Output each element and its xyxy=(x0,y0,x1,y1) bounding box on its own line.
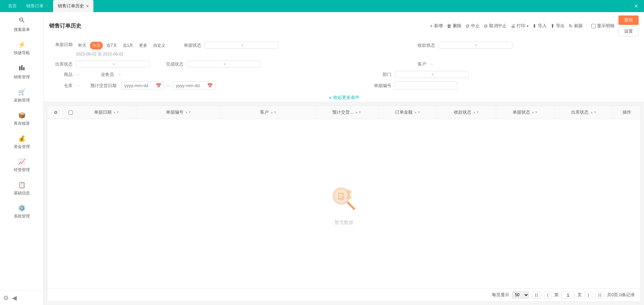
salesperson-label: 业务员 xyxy=(90,72,117,78)
bill-status-label: 单据状态 xyxy=(178,42,205,48)
customer-label: 客户 xyxy=(403,61,430,67)
sidebar-item-basic-info-label: 基础信息 xyxy=(14,190,30,196)
page-number-input[interactable] xyxy=(561,292,575,299)
tab-sales-order-close[interactable]: × xyxy=(46,3,48,9)
print-icon: 🖨 xyxy=(511,23,515,29)
th-pay-status[interactable]: 收款状态 ▲▼ xyxy=(437,106,496,119)
sidebar-item-inventory-label: 库存核算 xyxy=(14,121,30,126)
stop-btn[interactable]: ⊘ 中止 xyxy=(466,23,480,29)
date-separator: — xyxy=(166,83,171,88)
sidebar-collapse-icon[interactable]: ◀ xyxy=(12,294,17,302)
customer-picker[interactable]: ··· xyxy=(430,61,434,67)
th-amount[interactable]: 订单金额 ▲▼ xyxy=(379,106,437,119)
per-page-select[interactable]: 50 10 20 100 xyxy=(512,291,529,299)
sidebar-item-basic-info[interactable]: 📋 基础信息 xyxy=(0,177,43,200)
stop-icon: ⊘ xyxy=(466,23,470,29)
delivery-date-to-wrap[interactable]: 📅 xyxy=(173,81,216,90)
select-all-checkbox[interactable] xyxy=(69,110,73,115)
th-customer[interactable]: 客户 ▲▼ xyxy=(221,106,315,119)
cancel-stop-icon: ⊘ xyxy=(484,23,488,29)
warehouse-label: 仓库 xyxy=(49,83,76,89)
th-bill-status[interactable]: 单据状态 ▲▼ xyxy=(496,106,555,119)
search-menu-icon xyxy=(18,17,25,25)
date-btn-yesterday[interactable]: 昨天 xyxy=(76,42,89,49)
bill-status-select[interactable]: ▾ xyxy=(205,42,278,49)
bill-status-arrow-icon: ▾ xyxy=(242,43,275,47)
cancel-stop-btn[interactable]: ⊘ 取消中止 xyxy=(484,23,507,29)
export-btn[interactable]: ⬆ 导出 xyxy=(551,23,565,29)
out-status-arrow-icon: ▾ xyxy=(113,62,147,66)
th-date-label: 单据日期 xyxy=(94,109,112,115)
tab-sales-order[interactable]: 销售订单 × xyxy=(22,0,53,12)
page-title-row: 销售订单历史 + 新增 🗑 删除 ⊘ 中止 ⊘ xyxy=(49,15,639,39)
display-detail-input[interactable] xyxy=(591,24,596,28)
purchase-mgmt-icon: 🛒 xyxy=(18,88,26,96)
empty-text: 暂无数据 xyxy=(335,220,353,226)
sidebar-settings-icon[interactable]: ⚙ xyxy=(3,294,9,302)
import-icon: ⬇ xyxy=(532,23,536,29)
out-status-label: 出库状态 xyxy=(49,61,76,67)
svg-rect-3 xyxy=(19,66,20,70)
sidebar-item-search-menu[interactable]: 搜索菜单 xyxy=(0,12,43,36)
sidebar-item-system-mgmt[interactable]: ⚙️ 系统管理 xyxy=(0,200,43,223)
first-page-btn[interactable]: ⟨⟨ xyxy=(532,292,541,299)
sidebar-item-inventory[interactable]: 📦 库存核算 xyxy=(0,107,43,130)
display-detail-checkbox[interactable]: 显示明细 xyxy=(591,23,614,29)
delete-btn[interactable]: 🗑 删除 xyxy=(447,23,462,29)
refresh-btn[interactable]: ↻ 刷新 xyxy=(569,23,583,29)
th-check[interactable] xyxy=(64,106,78,119)
new-btn[interactable]: + 新增 xyxy=(430,23,443,29)
date-btn-today[interactable]: 今天 xyxy=(90,42,103,49)
sidebar-item-sales-mgmt[interactable]: 销售管理 xyxy=(0,60,43,84)
out-status-select[interactable]: ▾ xyxy=(76,61,150,68)
th-out-status[interactable]: 出库状态 ▲▼ xyxy=(555,106,613,119)
product-picker[interactable]: ··· xyxy=(76,72,80,78)
settings-btn[interactable]: 设置 xyxy=(618,26,639,36)
next-page-btn[interactable]: ⟩ xyxy=(585,292,592,299)
export-icon: ⬆ xyxy=(551,23,555,29)
filter-row-4: 仓库 ··· 预计交货日期 📅 — 📅 xyxy=(49,81,639,90)
date-btn-1month[interactable]: 近1月 xyxy=(121,42,136,49)
print-btn[interactable]: 🖨 打印 ▾ xyxy=(511,23,528,29)
query-btn[interactable]: 查询 xyxy=(618,15,639,25)
sidebar-item-finance[interactable]: 💰 资金管理 xyxy=(0,130,43,153)
date-btn-more[interactable]: 更多 xyxy=(137,42,149,49)
th-amount-label: 订单金额 xyxy=(395,109,413,115)
import-btn[interactable]: ⬇ 导入 xyxy=(532,23,547,29)
date-btn-7days[interactable]: 近7天 xyxy=(104,42,119,49)
tab-sales-order-history[interactable]: 销售订单历史 × xyxy=(53,0,93,12)
pay-status-select[interactable]: ▾ xyxy=(438,42,512,49)
th-date[interactable]: 单据日期 ▲▼ xyxy=(78,106,136,119)
sidebar-item-sales-mgmt-label: 销售管理 xyxy=(14,74,30,80)
pay-status-label: 收款状态 xyxy=(412,42,438,48)
collapse-filter-btn[interactable]: ∧ 收起更多条件 xyxy=(49,93,639,102)
department-select[interactable]: ▾ xyxy=(395,71,469,78)
sidebar-item-quick-nav[interactable]: ⚡ 快捷导航 xyxy=(0,36,43,60)
page-label-suffix: 页 xyxy=(577,292,582,298)
complete-status-select[interactable]: ▾ xyxy=(187,61,261,68)
th-operation-label: 操作 xyxy=(622,109,631,115)
date-btn-custom[interactable]: 自定义 xyxy=(151,42,168,49)
th-gear[interactable]: ⚙ xyxy=(47,106,64,119)
delivery-date-to-input[interactable] xyxy=(176,83,206,88)
window-close-btn[interactable]: × xyxy=(632,3,641,10)
finance-icon: 💰 xyxy=(18,135,26,142)
th-number[interactable]: 单据编号 ▲▼ xyxy=(136,106,222,119)
delivery-date-from-wrap[interactable]: 📅 xyxy=(121,81,164,90)
svg-rect-4 xyxy=(21,65,23,70)
prev-page-btn[interactable]: ⟨ xyxy=(544,292,552,299)
date-label: 单据日期 xyxy=(49,42,76,48)
calendar-to-icon: 📅 xyxy=(207,83,213,88)
salesperson-picker[interactable]: ··· xyxy=(117,72,122,78)
bill-number-input[interactable] xyxy=(395,81,457,90)
product-label: 商品 xyxy=(49,72,76,78)
last-page-btn[interactable]: ⟩⟩ xyxy=(595,292,604,299)
sort-pay-status-icon: ▲▼ xyxy=(473,111,479,114)
th-delivery[interactable]: 预计交货... ▲▼ xyxy=(315,106,379,119)
delivery-date-from-input[interactable] xyxy=(124,83,155,88)
warehouse-picker[interactable]: ··· xyxy=(76,83,80,89)
tab-home[interactable]: 首页 xyxy=(3,0,22,12)
tab-sales-order-history-close[interactable]: × xyxy=(86,3,89,9)
sidebar-item-purchase-mgmt[interactable]: 🛒 采购管理 xyxy=(0,84,43,107)
sidebar-item-operation[interactable]: 📈 经营管理 xyxy=(0,153,43,177)
